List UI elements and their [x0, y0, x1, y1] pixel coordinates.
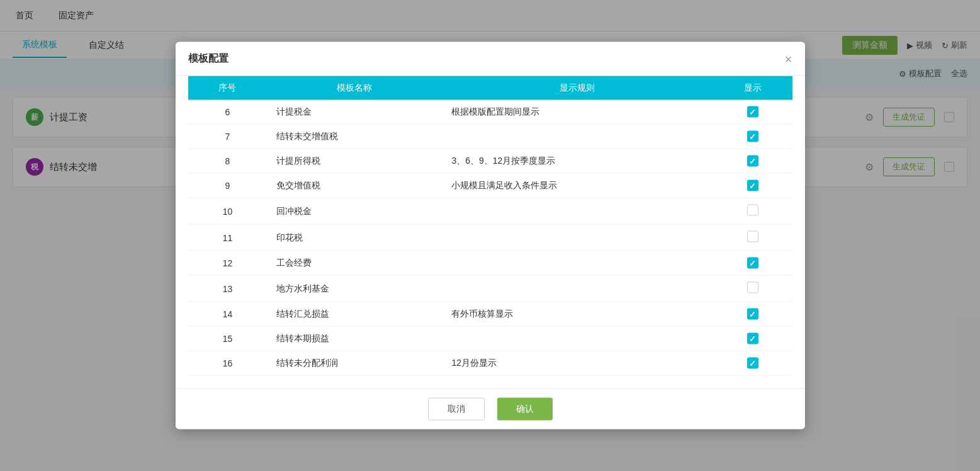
col-header-name: 模板名称: [267, 76, 442, 100]
cell-name: 计提所得税: [267, 149, 442, 173]
table-row: 14结转汇兑损益有外币核算显示: [188, 302, 792, 326]
cell-checkbox[interactable]: [713, 251, 792, 275]
cell-id: 16: [188, 351, 268, 375]
checkbox-checked[interactable]: [747, 309, 758, 320]
checkbox-unchecked[interactable]: [747, 205, 758, 216]
table-row: 13地方水利基金: [188, 275, 792, 302]
col-header-id: 序号: [188, 76, 268, 100]
cell-id: 6: [188, 100, 268, 125]
cell-rule: [442, 124, 712, 149]
modal-header: 模板配置 ×: [176, 42, 805, 76]
col-header-show: 显示: [713, 76, 792, 100]
checkbox-checked[interactable]: [747, 333, 758, 344]
cell-rule: 12月份显示: [442, 351, 712, 375]
cell-name: 结转未交增值税: [267, 124, 442, 149]
cell-rule: [442, 251, 712, 275]
cell-id: 15: [188, 326, 268, 351]
cell-rule: [442, 198, 712, 224]
cell-checkbox[interactable]: [713, 224, 792, 251]
cell-checkbox[interactable]: [713, 326, 792, 351]
cell-rule: 有外币核算显示: [442, 302, 712, 326]
modal-template-config: 模板配置 × 序号 模板名称 显示规则 显示 6计提税金根据模版配置期间显示7结…: [176, 42, 805, 429]
cell-name: 回冲税金: [267, 198, 442, 224]
cell-name: 工会经费: [267, 251, 442, 275]
cell-id: 14: [188, 302, 268, 326]
cell-rule: 根据模版配置期间显示: [442, 100, 712, 125]
cell-id: 10: [188, 198, 268, 224]
table-row: 12工会经费: [188, 251, 792, 275]
checkbox-checked[interactable]: [747, 180, 758, 191]
cell-name: 地方水利基金: [267, 275, 442, 302]
checkbox-checked[interactable]: [747, 358, 758, 369]
cell-id: 7: [188, 124, 268, 149]
checkbox-unchecked[interactable]: [747, 231, 758, 242]
config-table: 序号 模板名称 显示规则 显示 6计提税金根据模版配置期间显示7结转未交增值税8…: [188, 76, 792, 376]
table-row: 9免交增值税小规模且满足收入条件显示: [188, 173, 792, 198]
cell-rule: 小规模且满足收入条件显示: [442, 173, 712, 198]
table-row: 8计提所得税3、6、9、12月按季度显示: [188, 149, 792, 173]
cell-rule: [442, 275, 712, 302]
table-header-row: 序号 模板名称 显示规则 显示: [188, 76, 792, 100]
table-row: 6计提税金根据模版配置期间显示: [188, 100, 792, 125]
modal-footer: 取消 确认: [176, 389, 805, 429]
cell-name: 计提税金: [267, 100, 442, 125]
cell-id: 9: [188, 173, 268, 198]
cell-checkbox[interactable]: [713, 124, 792, 149]
table-row: 15结转本期损益: [188, 326, 792, 351]
cell-id: 13: [188, 275, 268, 302]
modal-title: 模板配置: [188, 52, 228, 65]
cell-checkbox[interactable]: [713, 302, 792, 326]
cell-checkbox[interactable]: [713, 198, 792, 224]
checkbox-checked[interactable]: [747, 131, 758, 142]
table-row: 10回冲税金: [188, 198, 792, 224]
cell-rule: 3、6、9、12月按季度显示: [442, 149, 712, 173]
cell-name: 结转本期损益: [267, 326, 442, 351]
checkbox-unchecked[interactable]: [747, 282, 758, 293]
table-row: 11印花税: [188, 224, 792, 251]
cell-checkbox[interactable]: [713, 351, 792, 375]
cell-id: 8: [188, 149, 268, 173]
checkbox-checked[interactable]: [747, 106, 758, 118]
modal-body[interactable]: 序号 模板名称 显示规则 显示 6计提税金根据模版配置期间显示7结转未交增值税8…: [176, 76, 805, 389]
cell-checkbox[interactable]: [713, 173, 792, 198]
cell-name: 印花税: [267, 224, 442, 251]
cancel-button[interactable]: 取消: [428, 398, 485, 421]
cell-id: 12: [188, 251, 268, 275]
table-row: 16结转未分配利润12月份显示: [188, 351, 792, 375]
cell-id: 11: [188, 224, 268, 251]
cell-checkbox[interactable]: [713, 275, 792, 302]
checkbox-checked[interactable]: [747, 258, 758, 269]
cell-name: 结转未分配利润: [267, 351, 442, 375]
cell-rule: [442, 326, 712, 351]
modal-close-btn[interactable]: ×: [785, 52, 792, 65]
cell-name: 免交增值税: [267, 173, 442, 198]
col-header-rule: 显示规则: [442, 76, 712, 100]
cell-checkbox[interactable]: [713, 100, 792, 125]
table-row: 7结转未交增值税: [188, 124, 792, 149]
cell-rule: [442, 224, 712, 251]
cell-checkbox[interactable]: [713, 149, 792, 173]
checkbox-checked[interactable]: [747, 156, 758, 167]
cell-name: 结转汇兑损益: [267, 302, 442, 326]
confirm-button[interactable]: 确认: [497, 398, 553, 421]
